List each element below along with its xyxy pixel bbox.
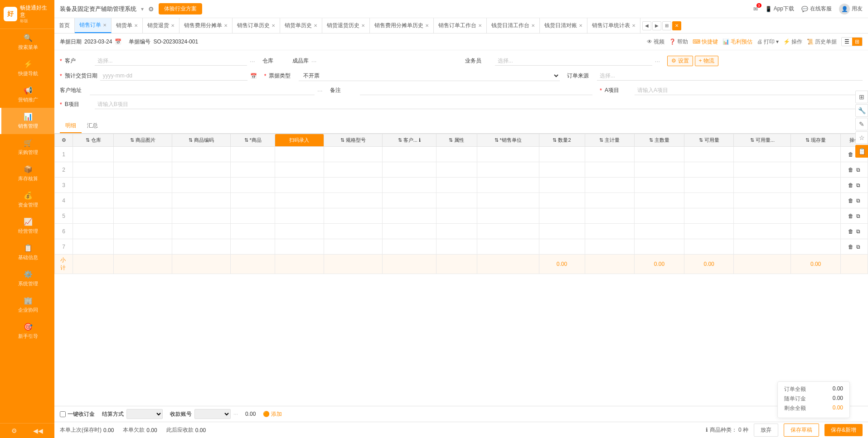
tab-sales-expense-split[interactable]: 销售费用分摊单✕ <box>179 18 233 33</box>
table-cell[interactable] <box>734 162 791 178</box>
table-cell[interactable] <box>231 208 275 224</box>
table-cell[interactable] <box>114 162 172 178</box>
sidebar-item-purchase[interactable]: 🛒采购管理 <box>0 134 54 160</box>
account-more-icon[interactable]: ··· <box>233 411 238 417</box>
table-cell[interactable] <box>734 208 791 224</box>
table-cell[interactable] <box>114 208 172 224</box>
table-cell[interactable] <box>73 239 114 255</box>
warehouse-more-icon[interactable]: ··· <box>311 58 317 65</box>
table-cell[interactable] <box>477 224 539 239</box>
table-cell[interactable] <box>635 147 684 162</box>
tab-sales-refund-history[interactable]: 销货退货历史✕ <box>322 18 370 33</box>
table-cell[interactable] <box>684 193 734 208</box>
tab-close-sales-expense-split[interactable]: ✕ <box>224 23 228 28</box>
table-cell[interactable] <box>734 178 791 193</box>
table-cell[interactable] <box>585 224 635 239</box>
table-cell[interactable] <box>791 239 841 255</box>
table-cell[interactable] <box>585 208 635 224</box>
float-btn-4[interactable]: ☆ <box>855 131 868 144</box>
table-cell[interactable] <box>231 224 275 239</box>
table-cell[interactable] <box>324 239 382 255</box>
table-cell[interactable] <box>635 239 684 255</box>
history-btn[interactable]: 📜 历史单据 <box>807 38 837 46</box>
table-cell[interactable] <box>436 239 477 255</box>
table-cell[interactable] <box>114 224 172 239</box>
topbar-settings-icon[interactable]: ⚙ <box>148 5 154 13</box>
sidebar-item-sales[interactable]: 📊销售管理 <box>0 108 54 134</box>
table-cell[interactable] <box>436 178 477 193</box>
sidebar-item-quick-nav[interactable]: ⚡快捷导航 <box>0 55 54 82</box>
product-count-icon[interactable]: ℹ <box>706 427 708 433</box>
operation-btn[interactable]: ⚡ 操作 <box>783 38 802 46</box>
table-cell[interactable] <box>73 178 114 193</box>
table-cell[interactable] <box>635 162 684 178</box>
row-copy-icon[interactable]: ⧉ <box>856 228 860 235</box>
table-cell[interactable] <box>172 178 231 193</box>
tab-sales-refund[interactable]: 销货退货✕ <box>143 18 179 33</box>
table-cell[interactable] <box>73 147 114 162</box>
tab-close-cashflow-reconcile[interactable]: ✕ <box>579 23 582 28</box>
table-cell[interactable] <box>275 239 324 255</box>
table-cell[interactable] <box>585 193 635 208</box>
remark-input[interactable] <box>360 86 593 95</box>
table-cell[interactable] <box>539 193 585 208</box>
table-cell[interactable] <box>791 208 841 224</box>
tab-sales-return[interactable]: 销货单✕ <box>112 18 143 33</box>
row-delete-icon[interactable]: 🗑 <box>848 151 853 158</box>
tab-sales-order-workbench[interactable]: 销售订单工作台✕ <box>434 18 487 33</box>
tab-close-cashflow-daily[interactable]: ✕ <box>531 23 535 28</box>
table-cell[interactable] <box>436 208 477 224</box>
tab-close-sales-refund[interactable]: ✕ <box>171 23 175 28</box>
table-cell[interactable] <box>585 162 635 178</box>
tab-next-btn[interactable]: ▶ <box>652 21 661 30</box>
table-cell[interactable] <box>477 208 539 224</box>
sidebar-collapse-icon[interactable]: ◀◀ <box>33 427 43 434</box>
print-btn[interactable]: 🖨 打印 ▾ <box>757 38 779 46</box>
sidebar-settings-icon[interactable]: ⚙ <box>11 427 17 434</box>
row-copy-icon[interactable]: ⧉ <box>856 213 860 219</box>
table-cell[interactable] <box>382 224 436 239</box>
table-cell[interactable] <box>275 224 324 239</box>
tab-prev-btn[interactable]: ◀ <box>642 21 651 30</box>
detail-tab-summary[interactable]: 汇总 <box>82 119 103 133</box>
tab-close-sales-expense-history[interactable]: ✕ <box>425 23 429 28</box>
table-cell[interactable] <box>539 162 585 178</box>
table-cell[interactable] <box>275 193 324 208</box>
address-input[interactable] <box>90 86 315 95</box>
list-view-btn[interactable]: ☰ <box>842 38 852 46</box>
online-support-btn[interactable]: 💬 在线客服 <box>801 5 832 13</box>
add-btn[interactable]: 🟠 添加 <box>263 410 282 418</box>
float-btn-3[interactable]: ✎ <box>855 118 868 130</box>
table-view-btn[interactable]: ⊞ <box>852 38 862 46</box>
tab-home[interactable]: 首页 <box>54 18 75 33</box>
row-delete-icon[interactable]: 🗑 <box>848 197 853 204</box>
row-copy-icon[interactable]: ⧉ <box>856 167 860 173</box>
invoice-select[interactable]: 不开票 <box>299 71 559 81</box>
table-cell[interactable] <box>382 193 436 208</box>
user-menu[interactable]: 👤 用友 <box>839 4 863 14</box>
sidebar-item-enterprise[interactable]: 🏢企业协同 <box>0 292 54 318</box>
save-draft-button[interactable]: 保存草稿 <box>784 424 819 437</box>
discard-button[interactable]: 放弃 <box>754 424 778 437</box>
table-cell[interactable] <box>382 162 436 178</box>
table-cell[interactable] <box>275 162 324 178</box>
table-cell[interactable] <box>231 147 275 162</box>
account-select[interactable] <box>194 409 231 419</box>
table-cell[interactable] <box>635 208 684 224</box>
table-cell[interactable] <box>172 208 231 224</box>
row-delete-icon[interactable]: 🗑 <box>848 213 853 219</box>
project-a-input[interactable] <box>635 86 863 95</box>
table-cell[interactable] <box>172 193 231 208</box>
address-more-icon[interactable]: ··· <box>317 87 323 94</box>
table-cell[interactable] <box>324 147 382 162</box>
table-cell[interactable] <box>275 178 324 193</box>
table-cell[interactable] <box>585 147 635 162</box>
tab-sales-order-history[interactable]: 销售订单历史✕ <box>233 18 280 33</box>
row-delete-icon[interactable]: 🗑 <box>848 228 853 235</box>
delivery-calendar-icon[interactable]: 📅 <box>250 73 257 79</box>
table-cell[interactable] <box>73 162 114 178</box>
staff-more-icon[interactable]: ··· <box>655 58 660 65</box>
table-cell[interactable] <box>382 147 436 162</box>
table-cell[interactable] <box>585 239 635 255</box>
row-copy-icon[interactable]: ⧉ <box>856 182 860 188</box>
